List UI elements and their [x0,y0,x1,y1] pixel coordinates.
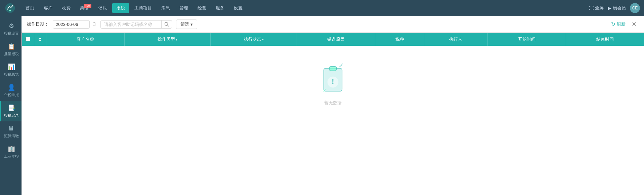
sidebar-item-tax-overview[interactable]: 📊报税总览 [0,60,22,80]
sidebar-item-tax-records[interactable]: 📑报税记录 [0,101,22,121]
sidebar-item-tax-settings[interactable]: ⚙报税设置 [0,19,22,39]
logo[interactable] [4,2,16,14]
svg-line-3 [168,25,169,27]
refresh-button[interactable]: ↻ 刷新 [611,21,626,27]
sidebar-item-batch-tax[interactable]: 📋批量报税 [0,39,22,60]
table-container: ⚙客户名称操作类型▾执行状态▾错误原因税种执行人开始时间结束时间 [22,33,644,195]
empty-state-row: ! 暂无数据 [22,46,644,116]
svg-text:!: ! [332,77,334,86]
sidebar-label-tax-overview: 报税总览 [4,72,19,77]
date-label: 操作日期： [27,21,49,27]
col-header-operationType[interactable]: 操作类型▾ [124,33,211,46]
nav-item-home[interactable]: 首页 [22,3,38,13]
sidebar-icon-tax-records: 📑 [8,104,15,112]
filter-label: 筛选 [180,21,189,27]
member-button[interactable]: ▶ 畅会员 [608,5,626,11]
nav-item-business[interactable]: 工商项目 [130,3,156,13]
table-body: ! 暂无数据 [22,46,644,116]
empty-state-cell: ! 暂无数据 [22,46,644,116]
top-navigation: 首页客户收费票据new记账报税工商项目消息管理经营服务设置 ⛶ 全屏 ▶ 畅会员… [0,0,644,16]
nav-item-bills[interactable]: 票据new [76,3,93,13]
table-header: ⚙客户名称操作类型▾执行状态▾错误原因税种执行人开始时间结束时间 [22,33,644,46]
nav-item-messages[interactable]: 消息 [157,3,174,13]
empty-state: ! 暂无数据 [25,49,641,113]
col-label-startTime: 开始时间 [518,37,535,42]
sidebar-icon-tax-settings: ⚙ [8,22,15,30]
refresh-label: 刷新 [617,21,626,27]
sidebar-item-annual-settlement[interactable]: 🖩汇算清缴 [0,121,22,142]
sidebar-label-tax-settings: 报税设置 [4,31,19,36]
col-label-errorReason: 错误原因 [327,37,345,42]
col-label-endTime: 结束时间 [596,37,614,42]
col-header-endTime: 结束时间 [566,33,644,46]
svg-point-0 [5,3,15,13]
col-header-checkbox [22,33,34,46]
date-input[interactable] [53,20,90,29]
sidebar-label-tax-records: 报税记录 [4,113,19,118]
col-header-clientName: 客户名称 [46,33,124,46]
sidebar-label-personal-tax: 个税申报 [4,92,19,98]
nav-item-fees[interactable]: 收费 [58,3,75,13]
col-label-clientName: 客户名称 [77,37,94,42]
nav-badge-bills: new [84,4,91,8]
nav-item-accounting[interactable]: 记账 [94,3,111,13]
sidebar-icon-tax-overview: 📊 [8,63,15,71]
sidebar-item-personal-tax[interactable]: 👤个税申报 [0,80,22,101]
content-area: 操作日期： 🗓 筛选 ▾ ↻ 刷新 [22,16,644,195]
sort-icon-execStatus[interactable]: ▾ [262,38,264,41]
user-initials: CE [632,6,638,10]
sidebar-icon-personal-tax: 👤 [8,84,15,91]
toolbar: 操作日期： 🗓 筛选 ▾ ↻ 刷新 [22,16,644,33]
empty-text: 暂无数据 [324,100,342,106]
sidebar-icon-batch-tax: 📋 [8,43,15,50]
sidebar-item-business-annual[interactable]: 🏢工商年报 [0,142,22,162]
user-avatar[interactable]: CE [630,3,640,13]
col-header-errorReason: 错误原因 [297,33,375,46]
chevron-down-icon: ▾ [190,22,193,27]
svg-rect-6 [329,67,337,71]
col-header-executor: 执行人 [424,33,487,46]
empty-illustration: ! [316,62,350,96]
sidebar-icon-annual-settlement: 🖩 [8,125,15,132]
main-layout: ⚙报税设置📋批量报税📊报税总览👤个税申报📑报税记录🖩汇算清缴🏢工商年报 操作日期… [0,16,644,195]
search-button[interactable] [161,21,172,28]
sidebar-label-batch-tax: 批量报税 [4,51,19,56]
nav-item-tax[interactable]: 报税 [112,3,129,13]
col-header-settings: ⚙ [34,33,46,46]
refresh-icon: ↻ [611,21,615,27]
nav-item-settings[interactable]: 设置 [230,3,247,13]
svg-marker-10 [341,64,343,65]
sidebar-label-annual-settlement: 汇算清缴 [4,133,19,139]
col-header-execStatus[interactable]: 执行状态▾ [211,33,297,46]
sidebar-icon-business-annual: 🏢 [8,145,15,153]
col-label-taxType: 税种 [395,37,404,42]
nav-item-customer[interactable]: 客户 [40,3,56,13]
fullscreen-label: 全屏 [595,5,604,11]
data-table: ⚙客户名称操作类型▾执行状态▾错误原因税种执行人开始时间结束时间 [22,33,644,116]
col-label-operationType: 操作类型 [158,37,175,42]
nav-item-operations[interactable]: 经营 [194,3,210,13]
close-button[interactable]: ✕ [630,21,639,28]
member-label: 畅会员 [613,5,626,11]
col-label-executor: 执行人 [449,37,462,42]
search-box [100,20,172,29]
col-header-startTime: 开始时间 [487,33,566,46]
sort-icon-operationType[interactable]: ▾ [176,38,177,41]
settings-icon[interactable]: ⚙ [38,37,42,42]
svg-point-1 [9,9,11,11]
nav-items: 首页客户收费票据new记账报税工商项目消息管理经营服务设置 [22,3,589,13]
calendar-icon[interactable]: 🗓 [92,22,96,27]
nav-item-management[interactable]: 管理 [175,3,192,13]
filter-button[interactable]: 筛选 ▾ [176,20,197,29]
date-picker: 🗓 [53,20,96,29]
select-all-checkbox[interactable] [26,37,30,41]
fullscreen-button[interactable]: ⛶ 全屏 [589,5,604,11]
sidebar: ⚙报税设置📋批量报税📊报税总览👤个税申报📑报税记录🖩汇算清缴🏢工商年报 [0,16,22,195]
top-nav-right: ⛶ 全屏 ▶ 畅会员 CE [589,3,640,13]
col-header-taxType: 税种 [375,33,424,46]
col-label-execStatus: 执行状态 [244,37,261,42]
sidebar-label-business-annual: 工商年报 [4,154,19,159]
search-input[interactable] [101,21,161,28]
nav-item-services[interactable]: 服务 [212,3,228,13]
svg-line-9 [340,65,342,67]
